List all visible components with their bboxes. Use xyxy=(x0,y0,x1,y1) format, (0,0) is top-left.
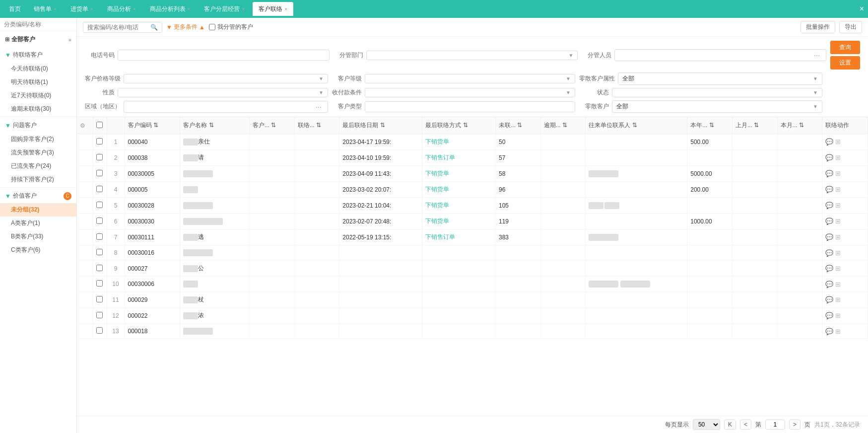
sidebar-group-pending[interactable]: ▼ 待联络客户 xyxy=(0,48,76,62)
close-all-icon[interactable]: × xyxy=(860,4,864,13)
td-checkbox[interactable] xyxy=(93,308,107,324)
sidebar-item-a-class[interactable]: A类客户(1) xyxy=(0,216,76,230)
grid-action-icon[interactable]: ⊞ xyxy=(835,154,841,161)
th-code[interactable]: 客户编码 ⇅ xyxy=(125,117,180,134)
grid-action-icon[interactable]: ⊞ xyxy=(835,186,841,193)
tab-purchase-close[interactable]: × xyxy=(90,6,93,12)
nature-select[interactable]: ▼ xyxy=(118,88,328,97)
sidebar-item-tomorrow[interactable]: 明天待联络(1) xyxy=(0,75,76,89)
chat-icon[interactable]: 💬 xyxy=(825,281,833,288)
sidebar-item-c-class[interactable]: C类客户(6) xyxy=(0,243,76,257)
sidebar-item-declining[interactable]: 持续下滑客户(2) xyxy=(0,173,76,186)
sidebar-item-week[interactable]: 近7天待联络(0) xyxy=(0,89,76,102)
chat-icon[interactable]: 💬 xyxy=(825,186,833,193)
batch-ops-button[interactable]: 批量操作 xyxy=(801,21,835,33)
row-checkbox[interactable] xyxy=(96,327,103,334)
sidebar-item-churn-risk[interactable]: 流失预警客户(3) xyxy=(0,146,76,159)
more-conditions-btn[interactable]: ▼ 更多条件 ▲ xyxy=(166,23,205,31)
td-checkbox[interactable] xyxy=(93,245,107,261)
tab-customer-contact-close[interactable]: × xyxy=(284,6,287,12)
grid-action-icon[interactable]: ⊞ xyxy=(835,170,841,177)
page-input[interactable] xyxy=(765,420,785,430)
filter-search-input[interactable] xyxy=(87,24,148,31)
chat-icon[interactable]: 💬 xyxy=(825,249,833,257)
sidebar-group-problem[interactable]: ▼ 问题客户 xyxy=(0,118,76,133)
tab-customer-contact[interactable]: 客户联络 × xyxy=(253,2,293,16)
customer-grade-select[interactable]: ▼ xyxy=(365,74,575,83)
td-checkbox[interactable] xyxy=(93,182,107,198)
grid-action-icon[interactable]: ⊞ xyxy=(835,217,841,225)
tab-analysis-close[interactable]: × xyxy=(133,6,136,12)
grid-action-icon[interactable]: ⊞ xyxy=(835,249,841,257)
grid-action-icon[interactable]: ⊞ xyxy=(835,296,841,303)
tab-analysis-list[interactable]: 商品分析列表 × xyxy=(144,2,197,16)
sidebar-item-abnormal[interactable]: 固购异常客户(2) xyxy=(0,133,76,146)
reset-button[interactable]: 设置 xyxy=(830,56,860,70)
scatter-select[interactable]: 全部 ▼ xyxy=(612,100,822,113)
my-customers-checkbox[interactable]: 我分管的客户 xyxy=(209,23,253,31)
td-checkbox[interactable] xyxy=(93,229,107,245)
query-button[interactable]: 查询 xyxy=(830,41,860,54)
row-checkbox[interactable] xyxy=(96,265,103,271)
row-checkbox[interactable] xyxy=(96,249,103,255)
th-this-year[interactable]: 本年... ⇅ xyxy=(687,117,733,134)
row-checkbox[interactable] xyxy=(96,280,103,287)
status-select[interactable]: ▼ xyxy=(612,88,822,97)
prev-page-btn[interactable]: < xyxy=(740,420,751,430)
row-checkbox[interactable] xyxy=(96,312,103,318)
row-checkbox[interactable] xyxy=(96,217,103,224)
scatter-attr-select[interactable]: 全部 ▼ xyxy=(618,72,822,85)
region-dots[interactable]: ··· xyxy=(314,103,324,111)
sidebar-item-unclassified[interactable]: 未分组(32) xyxy=(0,203,76,216)
dept-select[interactable]: ▼ xyxy=(366,51,578,60)
filter-search-icon[interactable]: 🔍 xyxy=(150,24,158,31)
tab-analysis-list-close[interactable]: × xyxy=(188,6,191,12)
all-customers-header[interactable]: ⊞ 全部客户 « xyxy=(0,31,76,48)
th-type[interactable]: 客户... ⇅ xyxy=(249,117,294,134)
next-page-btn[interactable]: > xyxy=(789,420,801,430)
contact-method-link[interactable]: 下销货单 xyxy=(425,202,449,209)
sidebar-item-lost[interactable]: 已流失客户(24) xyxy=(0,159,76,173)
th-last-contact-method[interactable]: 最后联络方式 ⇅ xyxy=(422,117,496,134)
th-this-month[interactable]: 本月... ⇅ xyxy=(777,117,822,134)
th-name[interactable]: 客户名称 ⇅ xyxy=(180,117,250,134)
select-all-checkbox[interactable] xyxy=(96,122,103,128)
td-checkbox[interactable] xyxy=(93,324,107,339)
row-checkbox[interactable] xyxy=(96,138,103,144)
td-checkbox[interactable] xyxy=(93,134,107,150)
export-button[interactable]: 导出 xyxy=(839,21,862,33)
th-checkbox[interactable] xyxy=(93,117,107,134)
grid-action-icon[interactable]: ⊞ xyxy=(835,202,841,209)
manager-select[interactable]: ··· xyxy=(614,49,826,61)
row-checkbox[interactable] xyxy=(96,202,103,208)
th-overdue[interactable]: 逾期... ⇅ xyxy=(540,117,586,134)
th-contact[interactable]: 联络... ⇅ xyxy=(294,117,339,134)
tab-sales[interactable]: 销售单 × xyxy=(28,2,63,16)
th-last-month[interactable]: 上月... ⇅ xyxy=(732,117,777,134)
td-checkbox[interactable] xyxy=(93,198,107,214)
th-partner-contact[interactable]: 往来单位联系人 ⇅ xyxy=(586,117,687,134)
chat-icon[interactable]: 💬 xyxy=(825,217,833,225)
chat-icon[interactable]: 💬 xyxy=(825,265,833,272)
customer-type-input[interactable] xyxy=(365,101,575,112)
my-customers-input[interactable] xyxy=(209,24,215,30)
grid-action-icon[interactable]: ⊞ xyxy=(835,233,841,241)
settings-icon[interactable]: ⚙ xyxy=(80,122,85,129)
tab-customer-segment-close[interactable]: × xyxy=(242,6,245,12)
chat-icon[interactable]: 💬 xyxy=(825,154,833,161)
tab-purchase[interactable]: 进货单 × xyxy=(65,2,99,16)
chat-icon[interactable]: 💬 xyxy=(825,296,833,303)
sidebar-item-b-class[interactable]: B类客户(33) xyxy=(0,230,76,243)
region-select[interactable]: ··· xyxy=(124,101,328,113)
td-checkbox[interactable] xyxy=(93,166,107,182)
chat-icon[interactable]: 💬 xyxy=(825,233,833,241)
tab-sales-close[interactable]: × xyxy=(54,6,57,12)
sidebar-group-price[interactable]: ▼ 价值客户 C xyxy=(0,189,76,203)
row-checkbox[interactable] xyxy=(96,233,103,240)
td-checkbox[interactable] xyxy=(93,292,107,308)
contact-method-link[interactable]: 下销货单 xyxy=(425,138,449,145)
contact-method-link[interactable]: 下销售订单 xyxy=(425,233,455,240)
td-checkbox[interactable] xyxy=(93,277,107,292)
row-checkbox[interactable] xyxy=(96,296,103,302)
filter-search-container[interactable]: 🔍 xyxy=(83,22,162,33)
